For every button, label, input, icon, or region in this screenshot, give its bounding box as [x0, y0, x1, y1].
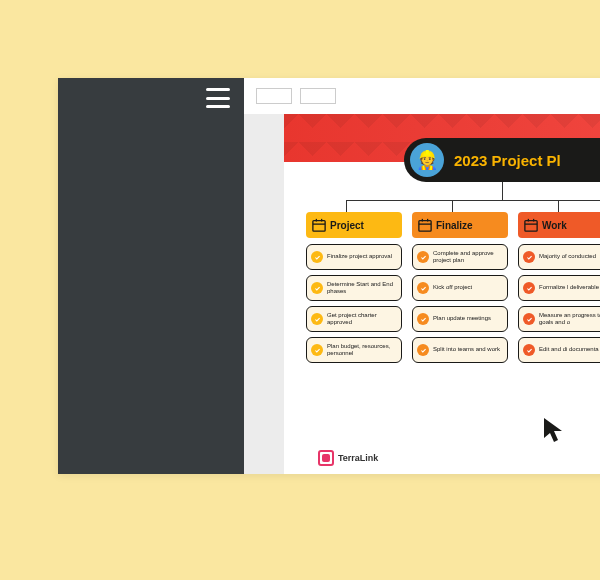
column-finalize: Finalize Complete and approve project pl… — [412, 212, 508, 368]
check-icon — [523, 313, 535, 325]
task-text: Measure an progress to goals and o — [539, 312, 600, 326]
svg-rect-0 — [313, 221, 325, 232]
task-text: Kick off project — [433, 284, 472, 291]
topbar — [244, 78, 600, 114]
avatar-emoji: 👷 — [416, 149, 438, 171]
cursor-icon — [542, 416, 566, 446]
task-card[interactable]: Complete and approve project plan — [412, 244, 508, 270]
task-card[interactable]: Majority of conducted — [518, 244, 600, 270]
calendar-icon — [312, 218, 326, 232]
task-text: Formalize l deliverable — [539, 284, 599, 291]
column-label: Work — [542, 220, 567, 231]
column-work: Work Majority of conducted Formalize l d… — [518, 212, 600, 368]
task-text: Plan budget, resources, personnel — [327, 343, 397, 357]
sidebar — [58, 78, 244, 474]
check-icon — [523, 282, 535, 294]
task-text: Edit and di documenta — [539, 346, 599, 353]
connector-line — [558, 200, 559, 212]
svg-rect-8 — [525, 221, 537, 232]
check-icon — [311, 251, 323, 263]
check-icon — [417, 282, 429, 294]
task-card[interactable]: Get project charter approved — [306, 306, 402, 332]
calendar-icon — [418, 218, 432, 232]
check-icon — [311, 282, 323, 294]
brand-name: TerraLink — [338, 453, 378, 463]
task-card[interactable]: Kick off project — [412, 275, 508, 301]
connector-line — [346, 200, 347, 212]
task-card[interactable]: Formalize l deliverable — [518, 275, 600, 301]
page-title: 2023 Project Pl — [454, 152, 561, 169]
connector-line — [502, 182, 503, 200]
check-icon — [311, 313, 323, 325]
task-text: Determine Start and End phases — [327, 281, 397, 295]
check-icon — [417, 251, 429, 263]
app-window: 👷 2023 Project Pl Project Finalize pr — [58, 78, 600, 474]
check-icon — [311, 344, 323, 356]
task-card[interactable]: Measure an progress to goals and o — [518, 306, 600, 332]
task-card[interactable]: Edit and di documenta — [518, 337, 600, 363]
task-card[interactable]: Plan update meetings — [412, 306, 508, 332]
task-card[interactable]: Determine Start and End phases — [306, 275, 402, 301]
task-text: Complete and approve project plan — [433, 250, 503, 264]
task-text: Plan update meetings — [433, 315, 491, 322]
task-text: Finalize project approval — [327, 253, 392, 260]
brand-footer: TerraLink — [318, 450, 378, 466]
brand-logo-icon — [318, 450, 334, 466]
task-card[interactable]: Plan budget, resources, personnel — [306, 337, 402, 363]
svg-rect-4 — [419, 221, 431, 232]
task-card[interactable]: Finalize project approval — [306, 244, 402, 270]
task-text: Get project charter approved — [327, 312, 397, 326]
toolbar-button-1[interactable] — [256, 88, 292, 104]
hamburger-menu-icon[interactable] — [206, 88, 230, 108]
connector-line — [346, 200, 600, 201]
column-header-project[interactable]: Project — [306, 212, 402, 238]
title-pill: 👷 2023 Project Pl — [404, 138, 600, 182]
task-text: Split into teams and work — [433, 346, 500, 353]
column-header-work[interactable]: Work — [518, 212, 600, 238]
check-icon — [417, 313, 429, 325]
check-icon — [523, 344, 535, 356]
task-card[interactable]: Split into teams and work — [412, 337, 508, 363]
toolbar-button-2[interactable] — [300, 88, 336, 104]
connector-line — [452, 200, 453, 212]
columns-container: Project Finalize project approval Determ… — [306, 212, 600, 368]
column-header-finalize[interactable]: Finalize — [412, 212, 508, 238]
column-label: Project — [330, 220, 364, 231]
avatar: 👷 — [410, 143, 444, 177]
column-label: Finalize — [436, 220, 473, 231]
check-icon — [417, 344, 429, 356]
calendar-icon — [524, 218, 538, 232]
column-project: Project Finalize project approval Determ… — [306, 212, 402, 368]
content-area: 👷 2023 Project Pl Project Finalize pr — [244, 78, 600, 474]
task-text: Majority of conducted — [539, 253, 596, 260]
check-icon — [523, 251, 535, 263]
